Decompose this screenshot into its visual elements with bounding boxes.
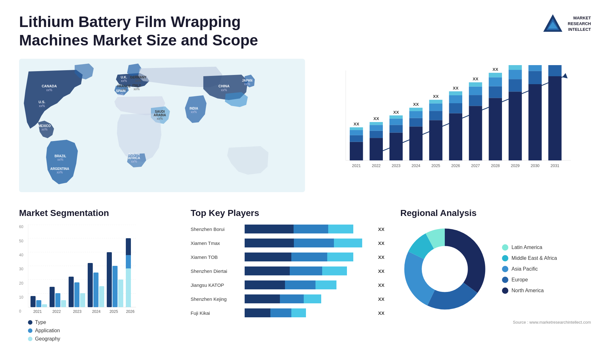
world-map-svg: CANADA xx% U.S. xx% MEXICO xx% BRAZIL xx… [19, 59, 305, 192]
svg-text:xx%: xx% [39, 104, 45, 108]
svg-text:xx%: xx% [46, 88, 52, 92]
legend-type-label: Type [35, 320, 46, 325]
player-bar-wrap-6 [245, 294, 372, 303]
player-row-6: Shenzhen Kejing XX [191, 294, 388, 303]
svg-rect-59 [409, 118, 423, 127]
donut-area: Latin America Middle East & Africa Asia … [400, 225, 591, 313]
reg-legend-apac: Asia Pacific [502, 266, 557, 272]
svg-text:ARABIA: ARABIA [154, 113, 166, 117]
svg-rect-125 [118, 280, 123, 307]
svg-rect-82 [489, 98, 502, 161]
svg-text:2024: 2024 [92, 309, 101, 313]
legend-type: Type [28, 320, 178, 325]
svg-text:XX: XX [393, 110, 399, 115]
svg-rect-49 [369, 122, 383, 125]
bottom-section: Market Segmentation 60 50 40 30 20 10 0 [19, 208, 591, 342]
player-value-4: XX [378, 268, 388, 274]
logo-text: MARKET RESEARCH INTELLECT [568, 15, 591, 33]
svg-text:INDIA: INDIA [189, 107, 198, 110]
svg-rect-58 [409, 127, 423, 161]
svg-rect-117 [69, 277, 74, 307]
svg-rect-83 [489, 86, 502, 98]
svg-rect-73 [449, 91, 462, 96]
svg-point-140 [424, 248, 465, 290]
svg-rect-122 [99, 286, 104, 307]
svg-rect-77 [469, 95, 482, 106]
svg-rect-96 [528, 65, 542, 71]
svg-rect-94 [528, 84, 542, 160]
top-section: CANADA xx% U.S. xx% MEXICO xx% BRAZIL xx… [19, 59, 591, 192]
svg-rect-88 [509, 92, 522, 161]
svg-rect-116 [61, 300, 66, 307]
regional-container: Regional Analysis [400, 208, 591, 342]
svg-text:CANADA: CANADA [42, 84, 57, 88]
svg-text:2026: 2026 [126, 309, 135, 313]
svg-text:2023: 2023 [73, 309, 82, 313]
player-row-5: Jiangsu KATOP XX [191, 280, 388, 289]
svg-rect-52 [390, 133, 403, 161]
svg-text:2030: 2030 [531, 164, 539, 168]
player-value-1: XX [378, 226, 388, 232]
svg-text:xx%: xx% [58, 158, 64, 161]
reg-legend-mea-label: Middle East & Africa [512, 255, 557, 261]
svg-rect-119 [80, 293, 85, 307]
svg-text:ITALY: ITALY [132, 84, 141, 87]
svg-rect-43 [350, 127, 363, 130]
segmentation-chart: 2021 2022 2023 2024 2025 2026 [28, 225, 136, 313]
svg-text:2031: 2031 [551, 164, 559, 168]
reg-legend-europe: Europe [502, 277, 557, 283]
player-bar-wrap-3 [245, 253, 372, 261]
svg-text:2022: 2022 [372, 164, 381, 168]
svg-text:2026: 2026 [451, 164, 460, 168]
svg-text:U.K.: U.K. [121, 76, 127, 79]
player-name-3: Xiamen TOB [191, 254, 241, 260]
svg-rect-115 [55, 293, 60, 307]
svg-rect-113 [42, 304, 47, 307]
svg-text:xx%: xx% [131, 160, 137, 163]
svg-rect-121 [93, 273, 98, 307]
svg-rect-90 [509, 70, 522, 79]
reg-legend-mea-color [502, 255, 508, 261]
svg-text:SAUDI: SAUDI [155, 110, 165, 113]
svg-rect-79 [469, 82, 482, 86]
svg-rect-70 [449, 113, 462, 160]
segmentation-container: Market Segmentation 60 50 40 30 20 10 0 [19, 208, 178, 342]
svg-text:xx%: xx% [244, 82, 250, 86]
reg-legend-mea: Middle East & Africa [502, 255, 557, 261]
svg-rect-53 [390, 125, 403, 133]
reg-legend-apac-label: Asia Pacific [512, 266, 538, 272]
svg-rect-120 [88, 263, 93, 307]
reg-legend-na: North America [502, 287, 557, 294]
svg-rect-118 [74, 282, 79, 307]
svg-text:xx%: xx% [134, 87, 140, 91]
player-value-7: XX [378, 310, 388, 316]
player-name-4: Shenzhen Diertai [191, 268, 241, 274]
svg-text:XX: XX [373, 117, 379, 121]
svg-rect-99 [548, 76, 562, 160]
svg-text:JAPAN: JAPAN [242, 79, 252, 82]
svg-rect-100 [548, 65, 562, 76]
player-bar-wrap-1 [245, 225, 372, 233]
svg-text:XX: XX [433, 94, 439, 99]
logo-area: MARKET RESEARCH INTELLECT [542, 13, 591, 35]
player-bar-wrap-4 [245, 266, 372, 275]
svg-rect-76 [469, 106, 482, 161]
player-value-3: XX [378, 254, 388, 260]
svg-text:SPAIN: SPAIN [116, 89, 125, 93]
reg-legend-na-label: North America [512, 288, 544, 293]
svg-text:xx%: xx% [121, 79, 127, 83]
svg-text:2025: 2025 [431, 164, 440, 168]
svg-rect-67 [429, 100, 443, 104]
reg-legend-latin-label: Latin America [512, 245, 542, 250]
legend-geography-label: Geography [35, 336, 60, 342]
svg-rect-85 [489, 73, 502, 77]
source-text: Source : www.marketresearchintellect.com [400, 320, 591, 325]
svg-rect-66 [429, 104, 443, 111]
seg-legend: Type Application Geography [28, 320, 178, 342]
map-container: CANADA xx% U.S. xx% MEXICO xx% BRAZIL xx… [19, 59, 305, 192]
svg-rect-71 [449, 103, 462, 113]
svg-marker-39 [562, 73, 568, 78]
svg-rect-78 [469, 87, 482, 95]
reg-legend-europe-label: Europe [512, 277, 528, 283]
svg-rect-91 [509, 65, 522, 70]
